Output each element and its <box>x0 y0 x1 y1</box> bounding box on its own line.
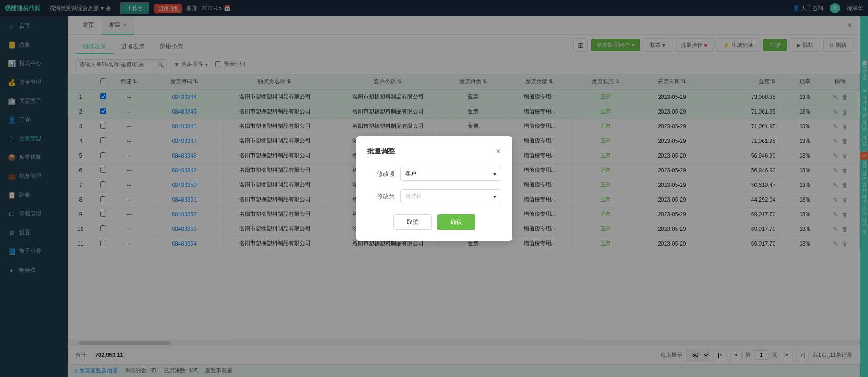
modal-confirm-btn[interactable]: 确认 <box>437 214 475 230</box>
modal-header: 批量调整 ✕ <box>367 147 501 156</box>
modal-modify-item-select[interactable]: 客户 ▾ <box>400 167 501 181</box>
modal-modify-to-select[interactable]: 请选择 ▾ <box>400 189 501 203</box>
modal-close-btn[interactable]: ✕ <box>495 147 501 156</box>
modal-modify-item-label: 修改项 <box>367 170 395 178</box>
modal-actions: 取消 确认 <box>367 214 501 230</box>
modal-modify-to-row: 修改为 请选择 ▾ <box>367 189 501 203</box>
batch-adjust-modal: 批量调整 ✕ 修改项 客户 ▾ 修改为 请选择 ▾ 取消 确认 <box>356 136 512 241</box>
modal-modify-item-row: 修改项 客户 ▾ <box>367 167 501 181</box>
chevron-down-icon: ▾ <box>493 193 496 200</box>
modal-title: 批量调整 <box>367 147 395 156</box>
modal-modify-to-label: 修改为 <box>367 192 395 201</box>
modal-modify-item-value: 客户 <box>405 170 416 178</box>
chevron-down-icon: ▾ <box>493 171 496 177</box>
modal-overlay: 批量调整 ✕ 修改项 客户 ▾ 修改为 请选择 ▾ 取消 确认 <box>0 0 868 377</box>
modal-modify-to-placeholder: 请选择 <box>405 192 422 200</box>
modal-cancel-btn[interactable]: 取消 <box>393 214 432 230</box>
